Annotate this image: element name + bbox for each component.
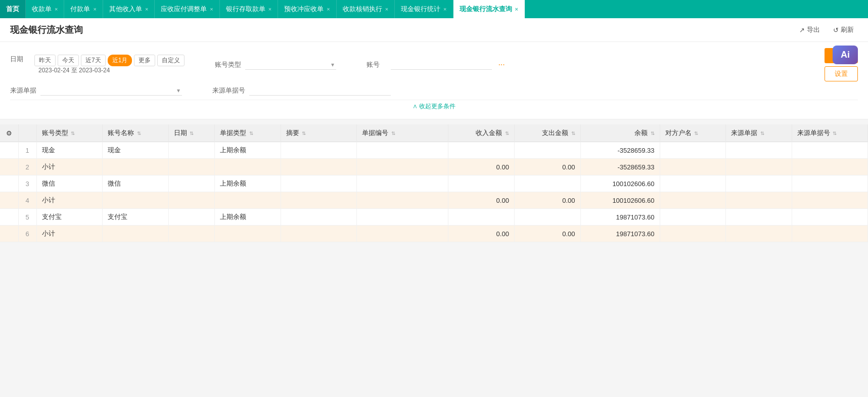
table-row[interactable]: 4小计0.000.00100102606.60 xyxy=(0,192,868,209)
account-browse-button[interactable]: ··· xyxy=(498,60,505,69)
col-income[interactable]: 收入金额 ⇅ xyxy=(448,124,515,142)
col-doc-type[interactable]: 单据类型 ⇅ xyxy=(215,124,281,142)
cash-flow-table: ⚙ 账号类型 ⇅ 账号名称 ⇅ 日期 ⇅ 单据类型 ⇅ xyxy=(0,124,868,242)
sort-icon: ⇅ xyxy=(249,130,253,136)
cell-source-doc xyxy=(726,142,792,159)
row-number: 5 xyxy=(18,209,36,226)
cell-doc-no xyxy=(357,192,448,209)
cell-date xyxy=(168,159,214,175)
nav-tab-label: 银行存取款单 xyxy=(226,5,265,14)
cell-counterpart xyxy=(660,226,726,242)
sort-icon: ⇅ xyxy=(833,130,837,136)
date-options-wrapper: 昨天 今天 近7天 近1月 更多 自定义 2023-02-24 至 2023-0… xyxy=(34,55,185,75)
close-icon[interactable]: × xyxy=(210,6,213,12)
date-options: 昨天 今天 近7天 近1月 更多 自定义 xyxy=(34,55,185,66)
ai-badge[interactable]: Ai xyxy=(833,46,858,64)
cell-income: 0.00 xyxy=(448,159,515,175)
cell-counterpart xyxy=(660,175,726,192)
col-doc-no[interactable]: 单据编号 ⇅ xyxy=(357,124,448,142)
cell-income xyxy=(448,175,515,192)
col-source-doc-no[interactable]: 来源单据号 ⇅ xyxy=(792,124,867,142)
gear-icon[interactable]: ⚙ xyxy=(6,129,12,137)
close-icon[interactable]: × xyxy=(93,6,96,12)
export-label: 导出 xyxy=(807,25,820,34)
cell-account-name xyxy=(103,226,169,242)
source-doc-select[interactable] xyxy=(40,85,182,96)
nav-tab-ar-ap-adjust[interactable]: 应收应付调整单 × xyxy=(155,0,219,18)
nav-tab-label: 现金银行流水查询 xyxy=(460,5,512,14)
cell-doc-type xyxy=(215,226,281,242)
nav-tab-cash-stats[interactable]: 现金银行统计 × xyxy=(395,0,453,18)
cell-summary xyxy=(281,226,357,242)
nav-tab-other-income[interactable]: 其他收入单 × xyxy=(103,0,155,18)
col-account-type[interactable]: 账号类型 ⇅ xyxy=(36,124,103,142)
settings-button[interactable]: 设置 xyxy=(825,66,858,81)
col-counterpart[interactable]: 对方户名 ⇅ xyxy=(660,124,726,142)
refresh-button[interactable]: ↺ 刷新 xyxy=(829,23,858,36)
cell-doc-no xyxy=(357,226,448,242)
close-icon[interactable]: × xyxy=(145,6,148,12)
col-settings: ⚙ xyxy=(0,124,18,142)
nav-tab-bank-deposit[interactable]: 银行存取款单 × xyxy=(220,0,278,18)
table-row[interactable]: 5支付宝支付宝上期余额19871073.60 xyxy=(0,209,868,226)
sort-icon: ⇅ xyxy=(651,130,655,136)
date-btn-1month[interactable]: 近1月 xyxy=(108,55,132,66)
col-date[interactable]: 日期 ⇅ xyxy=(168,124,214,142)
cell-expense xyxy=(514,175,580,192)
nav-home[interactable]: 首页 xyxy=(0,0,26,18)
header-actions: ↗ 导出 ↺ 刷新 xyxy=(795,23,858,36)
cell-source-doc-no xyxy=(792,175,867,192)
cell-summary xyxy=(281,175,357,192)
export-button[interactable]: ↗ 导出 xyxy=(795,23,824,36)
row-number: 2 xyxy=(18,159,36,175)
account-input[interactable] xyxy=(391,60,492,70)
page-title: 现金银行流水查询 xyxy=(10,24,83,36)
cell-balance: 19871073.60 xyxy=(580,226,660,242)
close-icon[interactable]: × xyxy=(515,6,518,12)
sort-icon: ⇅ xyxy=(505,130,509,136)
col-source-doc[interactable]: 来源单据 ⇅ xyxy=(726,124,792,142)
cell-expense: 0.00 xyxy=(514,192,580,209)
date-btn-today[interactable]: 今天 xyxy=(58,55,79,66)
close-icon[interactable]: × xyxy=(385,6,388,12)
row-settings-cell xyxy=(0,209,18,226)
source-doc-no-input[interactable] xyxy=(249,85,391,96)
cell-date xyxy=(168,209,214,226)
date-btn-7days[interactable]: 近7天 xyxy=(81,55,106,66)
table-row[interactable]: 6小计0.000.0019871073.60 xyxy=(0,226,868,242)
col-account-name[interactable]: 账号名称 ⇅ xyxy=(103,124,169,142)
date-btn-yesterday[interactable]: 昨天 xyxy=(34,55,56,66)
table-row[interactable]: 1现金现金上期余额-3528659.33 xyxy=(0,142,868,159)
collapse-bar[interactable]: ∧ 收起更多条件 xyxy=(10,100,858,113)
nav-tab-collection-exec[interactable]: 收款核销执行 × xyxy=(337,0,395,18)
nav-tab-cash-flow-query[interactable]: 现金银行流水查询 × xyxy=(453,0,525,18)
close-icon[interactable]: × xyxy=(55,6,58,12)
row-number: 6 xyxy=(18,226,36,242)
col-expense[interactable]: 支出金额 ⇅ xyxy=(514,124,580,142)
cell-source-doc xyxy=(726,226,792,242)
table-row[interactable]: 2小计0.000.00-3528659.33 xyxy=(0,159,868,175)
account-type-select[interactable]: 现金 微信 支付宝 xyxy=(245,60,336,70)
table-row[interactable]: 3微信微信上期余额100102606.60 xyxy=(0,175,868,192)
col-balance[interactable]: 余额 ⇅ xyxy=(580,124,660,142)
row-settings-cell xyxy=(0,226,18,242)
data-table-container: ⚙ 账号类型 ⇅ 账号名称 ⇅ 日期 ⇅ 单据类型 ⇅ xyxy=(0,124,868,242)
cell-income: 0.00 xyxy=(448,226,515,242)
date-filter-label: 日期 xyxy=(10,55,30,64)
cell-doc-type xyxy=(215,159,281,175)
close-icon[interactable]: × xyxy=(327,6,330,12)
close-icon[interactable]: × xyxy=(443,6,446,12)
account-type-filter-group: 账号类型 现金 微信 支付宝 xyxy=(215,60,336,70)
nav-tab-payment[interactable]: 付款单 × xyxy=(64,0,103,18)
nav-tab-prepay[interactable]: 预收冲应收单 × xyxy=(278,0,336,18)
cell-income: 0.00 xyxy=(448,192,515,209)
date-btn-custom[interactable]: 自定义 xyxy=(157,55,185,66)
cell-summary xyxy=(281,209,357,226)
col-summary[interactable]: 摘要 ⇅ xyxy=(281,124,357,142)
cell-income xyxy=(448,142,515,159)
cell-expense: 0.00 xyxy=(514,226,580,242)
nav-tab-receipt[interactable]: 收款单 × xyxy=(26,0,64,18)
cell-date xyxy=(168,226,214,242)
close-icon[interactable]: × xyxy=(268,6,271,12)
date-btn-more[interactable]: 更多 xyxy=(134,55,155,66)
